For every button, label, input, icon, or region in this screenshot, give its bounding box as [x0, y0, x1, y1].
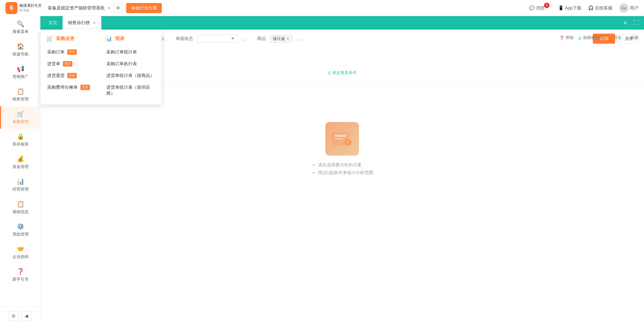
chevron-down-icon: ▾	[605, 36, 606, 40]
base-icon: 📋	[17, 200, 24, 208]
sidebar-settings-button[interactable]: ⚙	[9, 311, 19, 321]
tab-sales-rank[interactable]: 销售排行榜 ✕	[63, 16, 101, 30]
sidebar-item-purchase[interactable]: 🛒 采购管理	[0, 106, 40, 129]
industry-button[interactable]: 体验行业方案	[126, 3, 162, 13]
avatar: Ea	[619, 3, 629, 13]
sidebar-item-newbie[interactable]: ❓ 新手引导	[0, 264, 40, 286]
operations-icon: 📊	[17, 178, 24, 185]
refresh-button[interactable]: ↻ 刷新	[626, 35, 639, 41]
sidebar-item-finance[interactable]: 💰 资金管理	[0, 151, 40, 174]
sidebar-item-operations[interactable]: 📊 经营管理	[0, 174, 40, 196]
logo: 6 畅捷通好生意 标准版	[5, 2, 42, 14]
tabbar: 首页 销售排行榜 ✕ ✕ ⛶	[40, 16, 644, 30]
history-badge: 历史	[67, 49, 77, 55]
svg-rect-1	[335, 135, 346, 137]
newbie-icon: ❓	[17, 268, 24, 275]
sidebar-item-inventory[interactable]: 🔒 库存核算	[0, 129, 40, 151]
phone-icon: 📱	[558, 5, 564, 10]
dropdown-columns: 🛒 采购业务 采购订单 历史 进货单 历史 进货退货 历史 采购费用分摊单 历史	[46, 35, 156, 99]
message-badge: 9	[544, 3, 549, 8]
report-section-icon: 📊	[105, 35, 112, 42]
company-name: 畅捷通好生意	[20, 3, 42, 8]
purchase-section-icon: 🛒	[46, 35, 53, 42]
headset-icon: 🎧	[588, 5, 594, 10]
user-menu[interactable]: Ea 用户	[619, 3, 639, 13]
goods-tag-close[interactable]: ✕	[286, 37, 289, 41]
topbar: 6 畅捷通好生意 标准版 装备及固定资产辅助管理系统 ▾ ⚙ 体验行业方案 💬 …	[0, 0, 644, 16]
purchase-section-title: 🛒 采购业务	[46, 35, 97, 42]
purchase-order-item[interactable]: 采购订单 历史	[46, 46, 97, 58]
goods-label: 商品	[257, 36, 266, 42]
content-toolbar: ❓ 帮助 🖨 按模板打印 ▾ ↑ 导出 ↻ 刷新	[559, 35, 639, 41]
report-section-title: 📊 报表	[105, 35, 156, 42]
message-icon: 💬	[529, 5, 535, 10]
chevron-down-icon[interactable]: ▾	[108, 6, 110, 10]
system-info: 装备及固定资产辅助管理系统 ▾ ⚙ 体验行业方案	[48, 3, 529, 13]
return-goods-item[interactable]: 进货退货 历史	[46, 70, 97, 82]
sidebar: 🔍 搜索菜单 🏠 快捷导航 📢 营销推广 📋 销售管理 🛒 采购管理 🔒 库存核…	[0, 16, 40, 325]
history-badge: 历史	[67, 73, 77, 78]
goods-ellipsis[interactable]: ...	[296, 36, 301, 42]
history-badge: 历史	[80, 85, 90, 90]
doc-status-select[interactable]	[197, 35, 238, 43]
svg-rect-2	[335, 138, 343, 139]
empty-tip-1: 请先选择要分析的方案	[318, 161, 373, 169]
incoming-order-item[interactable]: 进货单 历史	[46, 58, 97, 70]
home-icon: 🏠	[17, 43, 24, 50]
sidebar-item-sales[interactable]: 📋 销售管理	[0, 84, 40, 106]
search-icon: 🔍	[17, 20, 24, 28]
refresh-icon: ↻	[626, 36, 629, 40]
tabbar-actions: ✕ ⛶	[621, 20, 641, 26]
sales-icon: 📋	[17, 88, 24, 95]
logo-icon: 6	[5, 2, 17, 14]
help-button[interactable]: ❓ 帮助	[559, 35, 574, 41]
print-icon: 🖨	[578, 36, 582, 40]
sidebar-bottom: ⚙ ◀	[0, 307, 40, 325]
online-service-button[interactable]: 🎧 在线客服	[588, 5, 612, 11]
goods-tag: 设计桌 ✕	[270, 35, 292, 43]
purchase-icon: 🛒	[17, 110, 24, 118]
purchase-order-exec-item[interactable]: 采购订单执行表	[105, 58, 156, 70]
topbar-right: 💬 消息 9 📱 App下载 🎧 在线客服 Ea 用户	[529, 3, 639, 13]
doc-status-label: 单据状态	[176, 36, 193, 42]
sidebar-item-search[interactable]: 🔍 搜索菜单	[0, 16, 40, 39]
incoming-stat-supplier-item[interactable]: 进货单统计表（按供应商）	[105, 82, 156, 99]
settings-icon[interactable]: ⚙	[113, 3, 123, 13]
app-download-button[interactable]: 📱 App下载	[558, 5, 581, 11]
sidebar-item-marketing[interactable]: 📢 营销推广	[0, 61, 40, 84]
close-all-icon[interactable]: ✕	[621, 20, 629, 26]
enterprise-icon: 🤝	[17, 245, 24, 253]
collapse-icon: ⋀	[328, 71, 331, 75]
marketing-icon: 📢	[17, 65, 24, 73]
system-name: 装备及固定资产辅助管理系统	[48, 5, 105, 11]
company-sub: 标准版	[20, 8, 42, 13]
expand-icon[interactable]: ⛶	[632, 20, 641, 26]
purchase-dropdown: 🛒 采购业务 采购订单 历史 进货单 历史 进货退货 历史 采购费用分摊单 历史	[40, 30, 162, 105]
svg-text:!: !	[347, 140, 348, 145]
system-icon: ⚙️	[17, 223, 24, 230]
sidebar-item-enterprise[interactable]: 🤝 企业协同	[0, 241, 40, 264]
incoming-stat-goods-item[interactable]: 进货单统计表（按商品）	[105, 70, 156, 82]
sidebar-collapse-button[interactable]: ◀	[22, 311, 32, 321]
inventory-icon: 🔒	[17, 133, 24, 140]
empty-tip-2: 用[过滤]条件来缩小分析范围	[318, 169, 373, 176]
help-icon: ❓	[559, 36, 564, 40]
purchase-order-stat-item[interactable]: 采购订单统计表	[105, 46, 156, 58]
sidebar-item-system[interactable]: ⚙️ 系统管理	[0, 219, 40, 241]
export-button[interactable]: ↑ 导出	[610, 35, 622, 41]
doc-status-ellipsis[interactable]: ...	[242, 36, 246, 42]
history-badge: 历史	[63, 61, 72, 67]
purchase-fee-item[interactable]: 采购费用分摊单 历史	[46, 82, 97, 93]
empty-tips: 请先选择要分析的方案 用[过滤]条件来缩小分析范围	[311, 161, 373, 177]
report-column: 📊 报表 采购订单统计表 采购订单执行表 进货单统计表（按商品） 进货单统计表（…	[105, 35, 156, 99]
sidebar-item-quick-nav[interactable]: 🏠 快捷导航	[0, 39, 40, 61]
purchase-business-column: 🛒 采购业务 采购订单 历史 进货单 历史 进货退货 历史 采购费用分摊单 历史	[46, 35, 97, 99]
tab-close-icon[interactable]: ✕	[93, 21, 96, 25]
svg-point-3	[345, 139, 352, 146]
tab-home[interactable]: 首页	[43, 16, 63, 30]
print-button[interactable]: 🖨 按模板打印 ▾	[578, 35, 606, 41]
empty-illustration: !	[325, 122, 359, 156]
message-button[interactable]: 💬 消息 9	[529, 5, 551, 11]
sidebar-item-base[interactable]: 📋 基础信息	[0, 196, 40, 219]
export-icon: ↑	[610, 36, 612, 40]
